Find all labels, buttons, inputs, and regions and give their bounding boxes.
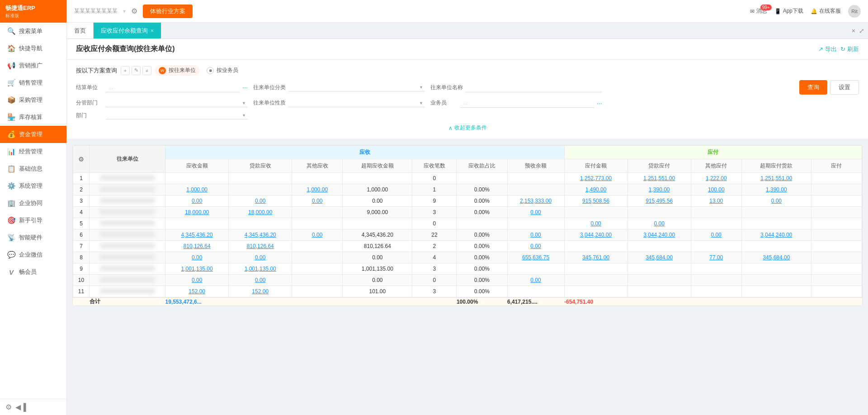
cell-link[interactable]: 0.00 (530, 277, 541, 283)
cell-link[interactable]: 0.00 (255, 254, 265, 261)
scheme-by-partner[interactable]: W 按往来单位 (155, 65, 199, 76)
app-download-button[interactable]: 📱 App下载 (774, 7, 803, 15)
sidebar-item-wechat[interactable]: 💬 企业微信 (0, 246, 66, 263)
cell-link[interactable]: 345,684.00 (763, 254, 790, 261)
cell-link[interactable]: 1,001,135.00 (245, 266, 276, 272)
cell-link[interactable]: 1,000.00 (307, 186, 328, 193)
cell-link[interactable]: 0.00 (530, 209, 541, 215)
user-avatar[interactable]: Rit (848, 5, 861, 18)
cell-link[interactable]: 0.00 (192, 254, 202, 261)
cell-link[interactable]: 0.00 (312, 198, 322, 204)
cell-link[interactable]: 345,761.00 (582, 254, 609, 261)
cell-link[interactable]: 2,153,333.00 (520, 198, 552, 204)
sidebar-item-sales[interactable]: 🛒 销售管理 (0, 74, 66, 91)
add-scheme-button[interactable]: + (121, 66, 130, 75)
blurred-cell (100, 277, 155, 282)
sidebar-settings-button[interactable]: ⚙ (5, 403, 12, 411)
cell-link[interactable]: 0.00 (255, 277, 265, 283)
cell-link[interactable]: 915,495.56 (646, 198, 673, 204)
sidebar-item-finance[interactable]: 💰 资金管理 (0, 126, 66, 143)
sidebar-item-member[interactable]: V 畅会员 (0, 263, 66, 281)
cell-link[interactable]: 1,251,551.00 (760, 175, 792, 181)
cell-link[interactable]: 1,222.00 (706, 175, 727, 181)
sidebar-item-business[interactable]: 📊 经营管理 (0, 143, 66, 160)
cell-link[interactable]: 1,252,773.00 (580, 175, 612, 181)
cell-link[interactable]: 0.00 (590, 220, 601, 227)
tab-home[interactable]: 首页 (67, 23, 94, 38)
cell-link[interactable]: 0.00 (711, 232, 722, 238)
query-button[interactable]: 查询 (799, 80, 827, 95)
tab-close-icon[interactable]: × (151, 28, 154, 34)
edit-scheme-button[interactable]: ✎ (132, 66, 141, 75)
sidebar-item-inventory[interactable]: 🏪 库存核算 (0, 109, 66, 126)
partner-category-dropdown[interactable]: ▾ (288, 83, 425, 91)
cell-link[interactable]: 1,251,551.00 (643, 175, 675, 181)
cell-link[interactable]: 0.00 (192, 277, 202, 283)
cell-link[interactable]: 1,001,135.00 (181, 266, 213, 272)
department-dropdown[interactable]: ▾ (106, 111, 248, 119)
sidebar-item-guide[interactable]: 🎯 新手引导 (0, 212, 66, 229)
window-close-icon[interactable]: × (852, 27, 855, 34)
cell-link[interactable]: 810,126.64 (247, 243, 274, 249)
cell-link[interactable]: 18,000.00 (248, 209, 272, 215)
cell-link[interactable]: 0.00 (530, 232, 541, 238)
cell-link[interactable]: 1,000.00 (186, 186, 208, 193)
collapse-more-button[interactable]: ∧ 收起更多条件 (76, 122, 859, 134)
cell-link[interactable]: 0.00 (255, 198, 265, 204)
pay-other-cell (691, 218, 741, 229)
table-settings-icon[interactable]: ⚙ (78, 156, 84, 163)
cell-link[interactable]: 0.00 (530, 243, 541, 249)
partner-name-input[interactable] (466, 83, 602, 92)
message-button[interactable]: ✉ 消息 99+ (750, 7, 767, 15)
cell-link[interactable]: 100.00 (708, 186, 725, 193)
sidebar-collapse-button[interactable]: ◀▐ (15, 403, 26, 411)
header-settings-icon[interactable]: ⚙ (131, 7, 137, 15)
cell-link[interactable]: 0.00 (654, 220, 665, 227)
cell-link[interactable]: 152.00 (189, 288, 205, 295)
solution-button[interactable]: 体验行业方案 (143, 5, 193, 18)
cell-link[interactable]: 0.00 (312, 232, 322, 238)
sidebar-item-basic[interactable]: 📋 基础信息 (0, 160, 66, 177)
cell-link[interactable]: 1,390.00 (766, 186, 787, 193)
cell-link[interactable]: 3,044,240.00 (580, 232, 612, 238)
scheme-by-salesperson[interactable]: ⏺ 按业务员 (203, 65, 242, 76)
cell-link[interactable]: 152.00 (252, 288, 269, 295)
dept-supervisor-dropdown[interactable]: ▾ (106, 99, 248, 107)
cell-link[interactable]: 915,508.56 (582, 198, 609, 204)
settings-button[interactable]: 设置 (830, 80, 859, 95)
cell-link[interactable]: 3,044,240.00 (760, 232, 792, 238)
settlement-unit-dots[interactable]: ··· (242, 84, 248, 91)
cell-link[interactable]: 13.00 (709, 198, 723, 204)
sidebar-item-marketing[interactable]: 📢 营销推广 (0, 57, 66, 74)
cell-link[interactable]: 77.00 (709, 254, 723, 261)
export-button[interactable]: ↗ 导出 (818, 45, 837, 53)
sidebar-item-hardware[interactable]: 📡 智能硬件 (0, 229, 66, 246)
cell-link[interactable]: 3,044,240.00 (643, 232, 675, 238)
cell-link[interactable]: 655,636.75 (522, 254, 549, 261)
sidebar-item-search[interactable]: 🔍 搜索菜单 (0, 23, 66, 40)
refresh-button[interactable]: ↻ 刷新 (840, 45, 859, 53)
cell-link[interactable]: 0.00 (771, 198, 782, 204)
cell-link[interactable]: 18,000.00 (185, 209, 209, 215)
cell-link[interactable]: 1,390.00 (649, 186, 670, 193)
cell-link[interactable]: 1,490.00 (585, 186, 607, 193)
sidebar-item-quick-nav[interactable]: 🏠 快捷导航 (0, 40, 66, 57)
cell-link[interactable]: 345,684.00 (646, 254, 673, 261)
home-icon: 🏠 (7, 44, 15, 52)
cell-link[interactable]: 4,345,436.20 (245, 232, 276, 238)
online-service-button[interactable]: 🔔 在线客服 (811, 7, 841, 15)
pay-remain-cell (811, 173, 862, 184)
salesperson-input[interactable]: ... (460, 98, 594, 108)
partner-nature-dropdown[interactable]: ▾ (288, 99, 425, 107)
settlement-unit-input[interactable]: ... (106, 83, 240, 92)
collapse-scheme-button[interactable]: « (142, 66, 151, 75)
sidebar-item-corp[interactable]: 🏢 企业协同 (0, 195, 66, 212)
sidebar-item-system[interactable]: ⚙️ 系统管理 (0, 177, 66, 195)
cell-link[interactable]: 4,345,436.20 (181, 232, 213, 238)
window-expand-icon[interactable]: ⤢ (859, 27, 864, 34)
salesperson-dots[interactable]: ··· (597, 100, 602, 107)
cell-link[interactable]: 810,126.64 (184, 243, 211, 249)
cell-link[interactable]: 0.00 (192, 198, 202, 204)
sidebar-item-purchase[interactable]: 📦 采购管理 (0, 91, 66, 109)
tab-receivable[interactable]: 应收应付余额查询 × (94, 23, 161, 38)
